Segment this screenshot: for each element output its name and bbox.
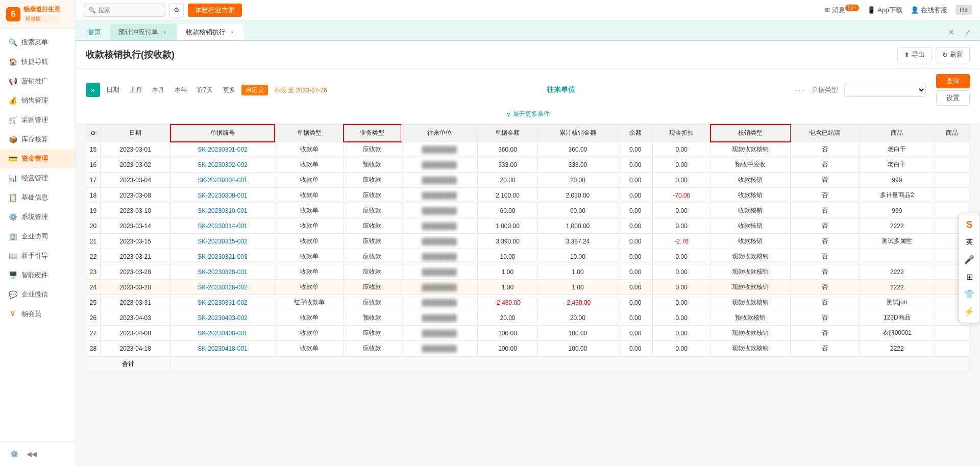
row-doc-no[interactable]: SK-20230321-003	[170, 249, 275, 264]
row-doc-no[interactable]: SK-20230302-002	[170, 157, 275, 173]
row-doc-no[interactable]: SK-20230408-001	[170, 326, 275, 341]
row-doc-no[interactable]: SK-20230418-001	[170, 341, 275, 357]
row-verify-type: 现款收款核销	[710, 249, 791, 264]
col-settings[interactable]: ⚙	[86, 125, 101, 142]
tab-collection[interactable]: 收款核销执行 ×	[178, 24, 244, 40]
row-discount: 0.00	[653, 157, 710, 173]
row-discount: 0.00	[653, 341, 710, 357]
row-date: 2023-03-04	[101, 173, 171, 188]
tab-collection-close[interactable]: ×	[229, 29, 236, 36]
row-cum-amount: 1,000.00	[537, 218, 618, 234]
sidebar-item-sales[interactable]: 💰 销售管理	[0, 91, 75, 110]
topbar-search-box[interactable]: 🔍	[84, 4, 165, 17]
row-discount: 0.00	[653, 295, 710, 310]
row-doc-no[interactable]: SK-20230308-001	[170, 188, 275, 203]
table-row: 152023-03-01SK-20230301-002收款单应收款███████…	[86, 142, 970, 157]
sidebar-settings-btn[interactable]: ⚙️	[8, 448, 20, 460]
sidebar-collapse-btn[interactable]: ◀◀	[24, 448, 39, 460]
date-more-btn[interactable]: 更多	[219, 85, 239, 95]
row-doc-no[interactable]: SK-20230310-001	[170, 203, 275, 218]
sidebar-item-operations[interactable]: 📊 经营管理	[0, 168, 75, 188]
row-cum-amount: 60.00	[537, 203, 618, 218]
export-btn[interactable]: ⬆ 导出	[897, 47, 932, 62]
sidebar-item-enterprise[interactable]: 🏢 企业协同	[0, 227, 75, 246]
row-balance: 0.00	[618, 280, 653, 295]
tab-prepay-close[interactable]: ×	[161, 29, 168, 36]
floating-shirt-btn[interactable]: 👕	[962, 287, 976, 301]
floating-s-logo[interactable]: S	[962, 217, 976, 232]
filter-toggle-btn[interactable]: »	[86, 83, 100, 97]
row-doc-no[interactable]: SK-20230314-001	[170, 218, 275, 234]
sidebar-item-purchase[interactable]: 🛒 采购管理	[0, 110, 75, 130]
row-doc-no[interactable]: SK-20230328-002	[170, 280, 275, 295]
sidebar-item-guide[interactable]: 📖 新手引导	[0, 246, 75, 265]
row-counterparty: ████████	[401, 264, 478, 280]
sidebar-item-basic-info[interactable]: 📋 基础信息	[0, 188, 75, 207]
row-product2	[935, 188, 970, 203]
row-amount: 20.00	[478, 173, 538, 188]
tab-prepay[interactable]: 预计冲应付单 ×	[110, 24, 177, 40]
row-discount: 0.00	[653, 264, 710, 280]
sidebar-item-inventory[interactable]: 📦 库存核算	[0, 130, 75, 149]
filter-setting-btn[interactable]: 设置	[936, 90, 970, 106]
row-cum-amount: 3,387.24	[537, 234, 618, 249]
app-download-btn[interactable]: 📱 App下载	[867, 6, 902, 15]
table-footer-row: 合计	[86, 356, 970, 372]
notification-btn[interactable]: ✉ 消息 99+	[824, 6, 859, 15]
home-icon: 🏠	[8, 57, 17, 66]
sidebar-item-label: 基础信息	[21, 193, 48, 202]
sidebar-item-wechat[interactable]: 💬 企业微信	[0, 285, 75, 304]
sidebar-item-system[interactable]: ⚙️ 系统管理	[0, 207, 75, 227]
refresh-btn[interactable]: ↻ 刷新	[936, 47, 970, 62]
close-window-btn[interactable]: ✕	[945, 26, 958, 38]
counterparty-filter[interactable]: 往来单位	[333, 85, 789, 94]
row-doc-no[interactable]: SK-20230301-002	[170, 142, 275, 157]
date-7days-btn[interactable]: 近7天	[193, 85, 217, 95]
sidebar-item-search-menu[interactable]: 🔍 搜索菜单	[0, 33, 75, 52]
floating-grid-btn[interactable]: ⊞	[962, 269, 976, 284]
sidebar-item-marketing[interactable]: 📢 营销推广	[0, 71, 75, 91]
sidebar-item-quick-nav[interactable]: 🏠 快捷导航	[0, 52, 75, 71]
doc-type-select[interactable]	[844, 83, 926, 97]
filter-row-1: » 日期 上月 本月 本年 近7天 更多 自定义 不限 至 2023-07-26…	[86, 74, 970, 106]
sidebar-logo: 6 畅康道好生意 标推版	[0, 0, 75, 29]
floating-eng-btn[interactable]: 英	[962, 235, 976, 249]
expand-more-conditions-btn[interactable]: ∨ 展开更多条件	[506, 110, 550, 118]
customer-service-btn[interactable]: 👤 在线客服	[911, 6, 947, 15]
row-date: 2023-04-08	[101, 326, 171, 341]
floating-mic-btn[interactable]: 🎤	[962, 252, 976, 266]
topbar-gear-btn[interactable]: ⚙	[169, 3, 184, 17]
query-btn[interactable]: 查询	[936, 74, 970, 88]
column-settings-icon: ⚙	[90, 130, 96, 137]
row-doc-no[interactable]: SK-20230328-001	[170, 264, 275, 280]
row-doc-no[interactable]: SK-20230331-002	[170, 295, 275, 310]
row-doc-no[interactable]: SK-20230315-002	[170, 234, 275, 249]
sidebar-item-hardware[interactable]: 🖥️ 智能硬件	[0, 265, 75, 285]
sidebar-item-finance[interactable]: 💳 资金管理	[0, 149, 75, 168]
date-custom-btn[interactable]: 自定义	[241, 85, 268, 95]
row-no: 18	[86, 188, 101, 203]
date-this-month-btn[interactable]: 本月	[148, 85, 168, 95]
date-this-year-btn[interactable]: 本年	[170, 85, 191, 95]
sidebar-item-member[interactable]: V 畅会员	[0, 304, 75, 324]
row-included: 否	[791, 295, 860, 310]
sidebar-item-label: 搜索菜单	[21, 38, 48, 47]
tab-home[interactable]: 首页	[80, 24, 109, 40]
row-date: 2023-03-08	[101, 188, 171, 203]
data-table: ⚙ 日期 单据编号 单据类型 业务类型 往来单位 单据金额 累计核销金额 余额 …	[86, 124, 970, 372]
row-no: 21	[86, 234, 101, 249]
row-doc-no[interactable]: SK-20230403-002	[170, 310, 275, 326]
date-prev-month-btn[interactable]: 上月	[126, 85, 146, 95]
maximize-btn[interactable]: ⤢	[962, 26, 974, 38]
sidebar-item-label: 采购管理	[21, 115, 48, 125]
search-input[interactable]	[98, 7, 149, 14]
sidebar-item-label: 畅会员	[21, 309, 41, 318]
row-verify-type: 现款收款核销	[710, 295, 791, 310]
industry-solution-btn[interactable]: 体验行业方案	[188, 4, 242, 17]
row-balance: 0.00	[618, 142, 653, 157]
row-doc-no[interactable]: SK-20230304-001	[170, 173, 275, 188]
floating-apps-btn[interactable]: ⚡	[962, 304, 976, 318]
user-profile-btn[interactable]: Rit	[955, 5, 972, 15]
page-title: 收款核销执行(按收款)	[86, 48, 175, 61]
row-included: 否	[791, 280, 860, 295]
